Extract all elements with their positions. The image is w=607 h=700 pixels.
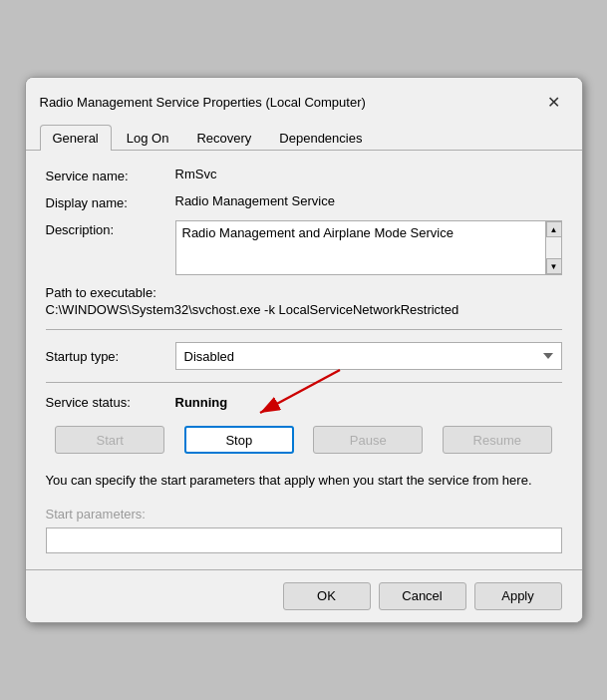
service-status-value: Running [175,395,228,410]
dialog-title: Radio Management Service Properties (Loc… [40,95,366,110]
arrow-indicator [230,365,350,425]
display-name-value: Radio Management Service [175,193,562,208]
description-row: Description: Radio Management and Airpla… [46,220,562,275]
stop-button[interactable]: Stop [184,426,294,454]
apply-button[interactable]: Apply [474,582,562,610]
status-row: Service status: Running [46,395,562,410]
start-params-input[interactable] [46,527,562,553]
tab-dependencies[interactable]: Dependencies [266,125,375,151]
display-name-row: Display name: Radio Management Service [46,193,562,210]
display-name-label: Display name: [46,193,175,210]
startup-label: Startup type: [46,349,175,364]
cancel-button[interactable]: Cancel [379,582,466,610]
ok-button[interactable]: OK [283,582,371,610]
divider-1 [46,329,562,330]
tabs-container: General Log On Recovery Dependencies [26,116,582,151]
dialog-window: Radio Management Service Properties (Loc… [25,77,583,622]
tab-general[interactable]: General [40,125,112,151]
svg-line-1 [260,370,340,413]
start-button[interactable]: Start [55,426,164,454]
start-params-label: Start parameters: [46,507,562,522]
title-bar: Radio Management Service Properties (Loc… [26,78,582,116]
service-status-label: Service status: [46,395,175,410]
content-area: Service name: RmSvc Display name: Radio … [26,151,582,568]
service-name-value: RmSvc [175,167,562,181]
service-buttons-row: Start Stop Pause Resume [46,422,562,458]
description-scrollbar[interactable]: ▲ ▼ [546,220,562,275]
path-value: C:\WINDOWS\System32\svchost.exe -k Local… [46,302,562,317]
service-name-row: Service name: RmSvc [46,167,562,183]
resume-button[interactable]: Resume [443,426,552,454]
service-name-label: Service name: [46,167,175,183]
description-container: Radio Management and Airplane Mode Servi… [175,220,562,275]
path-label: Path to executable: [46,285,562,300]
scroll-down-btn[interactable]: ▼ [546,258,562,274]
tab-recovery[interactable]: Recovery [183,125,264,151]
help-text: You can specify the start parameters tha… [46,472,562,490]
description-input[interactable]: Radio Management and Airplane Mode Servi… [175,220,546,275]
close-button[interactable]: ✕ [540,88,568,116]
footer: OK Cancel Apply [26,569,582,622]
tab-logon[interactable]: Log On [114,125,182,151]
service-status-section: Service status: Running Start Stop Pause [46,395,562,458]
scroll-up-btn[interactable]: ▲ [546,221,562,237]
pause-button[interactable]: Pause [313,426,423,454]
description-label: Description: [46,220,175,237]
path-section: Path to executable: C:\WINDOWS\System32\… [46,285,562,317]
start-params-section: Start parameters: [46,507,562,553]
